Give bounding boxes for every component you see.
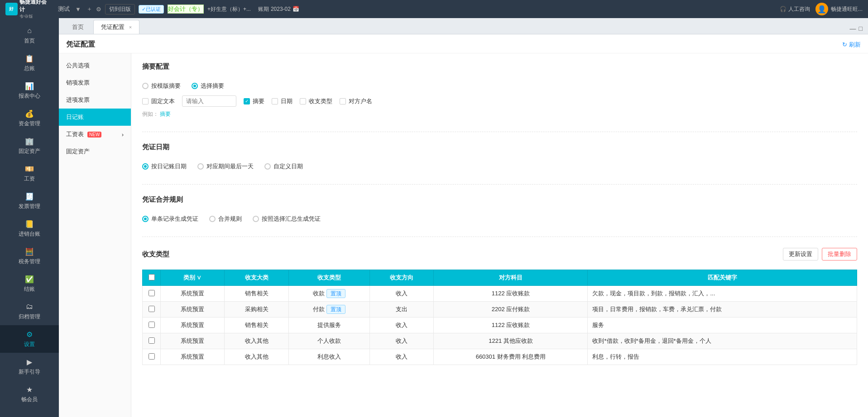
pin-tag[interactable]: 置顶 — [326, 305, 345, 314]
nav-item-public[interactable]: 公共选项 — [59, 57, 131, 74]
row-category: 系统预置 — [161, 349, 225, 365]
row-direction: 支出 — [370, 302, 434, 317]
topbar-right: 🎧 人工咨询 👤 畅捷通旺旺... — [780, 3, 863, 15]
nav-item-purchase-invoice[interactable]: 进项发票 — [59, 91, 131, 109]
sidebar-item-reports[interactable]: 📊 报表中心 — [0, 77, 59, 104]
radio-journal-date[interactable]: 按日记账日期 — [142, 162, 187, 171]
checkbox-box-date — [272, 98, 278, 104]
sidebar-item-label: 进销台账 — [19, 230, 40, 238]
settings-icon[interactable]: ⚙ — [96, 6, 101, 13]
update-settings-button[interactable]: 更新设置 — [783, 248, 818, 261]
row-checkbox-cell — [143, 317, 161, 333]
new-badge: NEW — [87, 132, 101, 137]
radio-circle-template — [142, 83, 149, 89]
checkbox-box-summary: ✓ — [244, 98, 250, 104]
row-keywords: 欠款，现金，项目款，到款，报销款，汇入，... — [588, 286, 857, 302]
sidebar-item-payroll[interactable]: 💴 工资 — [0, 160, 59, 187]
minimize-button[interactable]: — — [850, 25, 856, 32]
pin-tag[interactable]: 置顶 — [326, 289, 345, 298]
select-all-checkbox[interactable] — [149, 274, 155, 280]
radio-custom-date[interactable]: 自定义日期 — [264, 162, 303, 171]
row-checkbox[interactable] — [149, 306, 155, 312]
checkbox-counterparty[interactable]: 对方户名 — [340, 97, 372, 105]
row-main-type: 收入其他 — [225, 333, 288, 349]
table-toolbar: 更新设置 批量删除 — [783, 248, 857, 261]
sidebar-item-settings[interactable]: ⚙ 设置 — [0, 325, 59, 353]
sidebar-item-ledger[interactable]: 📋 总账 — [0, 49, 59, 77]
guide-icon: ▶ — [25, 357, 34, 366]
dropdown-arrow[interactable]: ▼ — [75, 6, 81, 13]
nav-item-journal[interactable]: 日记账 — [59, 109, 131, 126]
radio-template-summary[interactable]: 按模版摘要 — [142, 82, 181, 90]
sidebar-item-invoice[interactable]: 🧾 发票管理 — [0, 187, 59, 215]
tab-home[interactable]: 首页 — [64, 20, 91, 34]
nav-item-payroll[interactable]: 工资表 NEW › — [59, 126, 131, 143]
sidebar-item-label: 首页 — [24, 37, 35, 45]
calendar-icon[interactable]: 📅 — [293, 6, 299, 12]
radio-merge-rule[interactable]: 合并规则 — [209, 215, 242, 223]
sidebar-item-label: 发票管理 — [19, 203, 40, 210]
settings-content: 摘要配置 按模版摘要 选择摘要 — [131, 53, 868, 417]
checkbox-fixed-text[interactable]: 固定文本 — [142, 97, 175, 105]
radio-circle-select — [192, 83, 198, 89]
table-row: 系统预置 采购相关 付款 置顶 支出 2202 应付账款 项目，日常费用，报销款… — [143, 302, 857, 317]
merge-rules-title: 凭证合并规则 — [142, 195, 857, 208]
row-keywords: 项目，日常费用，报销款，车费，承兑汇票，付款 — [588, 302, 857, 317]
table-row: 系统预置 销售相关 提供服务 收入 1122 应收账款 服务 — [143, 317, 857, 333]
radio-summary-generate[interactable]: 按照选择汇总生成凭证 — [253, 215, 321, 223]
switch-version-button[interactable]: 切到旧版 — [105, 4, 135, 14]
merge-rules-section: 凭证合并规则 单条记录生成凭证 合并规则 — [142, 195, 857, 223]
sidebar-item-tax[interactable]: 🧮 税务管理 — [0, 242, 59, 270]
row-sub-type: 个人收款 — [288, 333, 369, 349]
sidebar-item-label: 畅会员 — [21, 396, 38, 403]
sidebar-item-guide[interactable]: ▶ 新手引导 — [0, 353, 59, 380]
checkbox-date[interactable]: 日期 — [272, 97, 293, 105]
radio-period-last-day[interactable]: 对应期间最后一天 — [197, 162, 254, 171]
checkbox-type[interactable]: 收支类型 — [300, 97, 332, 105]
sidebar-item-closing[interactable]: ✅ 结账 — [0, 270, 59, 298]
refresh-button[interactable]: ↻ 刷新 — [842, 41, 861, 49]
nav-item-fixed-assets[interactable]: 固定资产 — [59, 143, 131, 160]
income-expense-section: 收支类型 更新设置 批量删除 — [142, 248, 857, 365]
sidebar-item-finance[interactable]: 💰 资金管理 — [0, 104, 59, 132]
row-category: 系统预置 — [161, 302, 225, 317]
period-display: 账期 2023-02 📅 — [258, 5, 299, 13]
summary-radio-group: 按模版摘要 选择摘要 — [142, 82, 857, 90]
checkbox-box-type — [300, 98, 306, 104]
sidebar-item-assets[interactable]: 🏢 固定资产 — [0, 132, 59, 160]
row-checkbox[interactable] — [149, 353, 155, 360]
nav-item-sales-invoice[interactable]: 销项发票 — [59, 74, 131, 91]
headset-icon: 🎧 — [780, 6, 786, 12]
page-container: 凭证配置 ↻ 刷新 公共选项 销项发票 进项发票 — [59, 34, 868, 417]
sidebar-item-member[interactable]: ★ 畅会员 — [0, 380, 59, 408]
sidebar: ⌂ 首页 📋 总账 📊 报表中心 💰 资金管理 🏢 固定资产 💴 工资 🧾 发票… — [0, 18, 59, 417]
batch-delete-button[interactable]: 批量删除 — [822, 248, 857, 261]
company-name: 测试 — [58, 5, 70, 13]
income-expense-title: 收支类型 — [142, 250, 169, 262]
radio-single-record[interactable]: 单条记录生成凭证 — [142, 215, 198, 223]
service-button[interactable]: 🎧 人工咨询 — [780, 5, 810, 13]
row-checkbox[interactable] — [149, 290, 155, 296]
sidebar-item-label: 设置 — [24, 341, 35, 348]
row-keywords: 服务 — [588, 317, 857, 333]
radio-select-summary[interactable]: 选择摘要 — [192, 82, 224, 90]
tab-bar: 首页 凭证配置 × — □ — [59, 18, 868, 34]
maximize-button[interactable]: □ — [859, 25, 863, 32]
sidebar-item-home[interactable]: ⌂ 首页 — [0, 22, 59, 49]
row-main-type: 收入其他 — [225, 349, 288, 365]
row-checkbox-cell — [143, 286, 161, 302]
tab-close-icon[interactable]: × — [129, 24, 132, 30]
row-checkbox[interactable] — [149, 322, 155, 328]
summary-config-section: 摘要配置 按模版摘要 选择摘要 — [142, 62, 857, 118]
row-checkbox[interactable] — [149, 337, 155, 344]
checkbox-summary[interactable]: ✓ 摘要 — [244, 97, 264, 105]
topbar: 好 畅捷通好会计 专业版 测试 ▼ ＋ ⚙ 切到旧版 ✓已认证 好会计（专） +… — [0, 0, 868, 18]
sidebar-item-archive[interactable]: 🗂 归档管理 — [0, 298, 59, 325]
user-menu[interactable]: 👤 畅捷通旺旺... — [815, 3, 863, 15]
fixed-text-input[interactable] — [182, 95, 236, 107]
add-icon[interactable]: ＋ — [86, 5, 92, 13]
tab-voucher-config[interactable]: 凭证配置 × — [93, 20, 139, 34]
certified-tag: ✓已认证 — [139, 5, 164, 14]
sidebar-item-inventory[interactable]: 📒 进销台账 — [0, 215, 59, 242]
row-sub-type: 提供服务 — [288, 317, 369, 333]
